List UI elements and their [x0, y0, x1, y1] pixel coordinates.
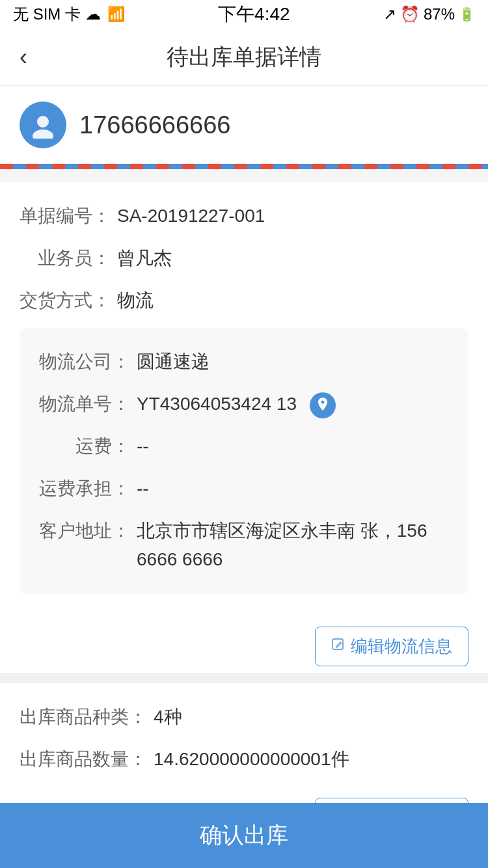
sim-status: 无 SIM 卡 ☁: [13, 4, 101, 25]
order-no-label: 单据编号：: [20, 202, 111, 231]
product-types-value: 4种: [154, 703, 468, 732]
product-quantity-label: 出库商品数量：: [20, 745, 147, 774]
freight-bear-label: 运费承担：: [39, 474, 130, 504]
freight-row: 运费： --: [39, 432, 449, 461]
section-divider: [0, 673, 488, 683]
product-types-label: 出库商品种类：: [20, 703, 147, 732]
salesman-row: 业务员： 曾凡杰: [20, 244, 468, 273]
delivery-label: 交货方式：: [20, 286, 111, 316]
delivery-value: 物流: [117, 286, 468, 316]
product-types-row: 出库商品种类： 4种: [20, 703, 468, 732]
tracking-row: 物流单号： YT43064053424 13: [39, 390, 449, 419]
freight-value: --: [137, 432, 449, 461]
tracking-value: YT43064053424 13: [137, 390, 449, 419]
customer-header: 17666666666: [0, 86, 488, 164]
location-icon: ↗: [383, 5, 396, 23]
battery-percent: 87%: [424, 5, 455, 23]
delivery-row: 交货方式： 物流: [20, 286, 468, 316]
edit-logistics-label: 编辑物流信息: [351, 635, 452, 658]
freight-bear-value: --: [137, 474, 449, 504]
tracking-label: 物流单号：: [39, 390, 130, 419]
logistics-company-row: 物流公司： 圆通速递: [39, 347, 449, 377]
freight-label: 运费：: [39, 432, 130, 461]
spacer: [0, 169, 488, 182]
salesman-label: 业务员：: [20, 244, 111, 273]
nav-bar: ‹ 待出库单据详情: [0, 29, 488, 86]
status-time: 下午4:42: [218, 2, 290, 27]
product-quantity-value: 14.620000000000001件: [154, 745, 468, 774]
confirm-btn-text: 确认出库: [200, 821, 288, 850]
logistics-card: 物流公司： 圆通速递 物流单号： YT43064053424 13 运费： --…: [20, 328, 468, 594]
product-quantity-row: 出库商品数量： 14.620000000000001件: [20, 745, 468, 774]
decorative-divider: [0, 164, 488, 169]
order-no-value: SA-20191227-001: [117, 202, 468, 231]
edit-logistics-button[interactable]: 编辑物流信息: [315, 627, 468, 666]
svg-point-0: [37, 116, 49, 128]
address-value: 北京市市辖区海淀区永丰南 张，156 6666 6666: [137, 517, 449, 575]
alarm-icon: ⏰: [400, 5, 420, 23]
svg-point-1: [33, 129, 53, 139]
product-section: 出库商品种类： 4种 出库商品数量： 14.620000000000001件: [0, 683, 488, 787]
logistics-company-label: 物流公司：: [39, 347, 130, 377]
address-row: 客户地址： 北京市市辖区海淀区永丰南 张，156 6666 6666: [39, 517, 449, 575]
battery-icon: 🔋: [459, 7, 475, 22]
wifi-icon: 📶: [107, 6, 125, 23]
customer-phone: 17666666666: [79, 111, 230, 139]
status-bar: 无 SIM 卡 ☁ 📶 下午4:42 ↗ ⏰ 87% 🔋: [0, 0, 488, 29]
freight-bear-row: 运费承担： --: [39, 474, 449, 504]
status-left: 无 SIM 卡 ☁ 📶: [13, 4, 125, 25]
svg-rect-2: [332, 639, 343, 649]
page-title: 待出库单据详情: [167, 42, 321, 72]
order-no-row: 单据编号： SA-20191227-001: [20, 202, 468, 231]
avatar: [20, 102, 66, 148]
order-info-section: 单据编号： SA-20191227-001 业务员： 曾凡杰 交货方式： 物流 …: [0, 182, 488, 614]
tracking-location-icon[interactable]: [310, 392, 336, 418]
address-label: 客户地址：: [39, 517, 130, 546]
salesman-value: 曾凡杰: [117, 244, 468, 273]
status-right: ↗ ⏰ 87% 🔋: [383, 5, 475, 23]
edit-btn-row: 编辑物流信息: [0, 614, 488, 673]
confirm-btn-container[interactable]: 确认出库: [0, 803, 488, 868]
logistics-company-value: 圆通速递: [137, 347, 449, 377]
back-button[interactable]: ‹: [20, 44, 59, 71]
edit-icon: [331, 638, 346, 656]
